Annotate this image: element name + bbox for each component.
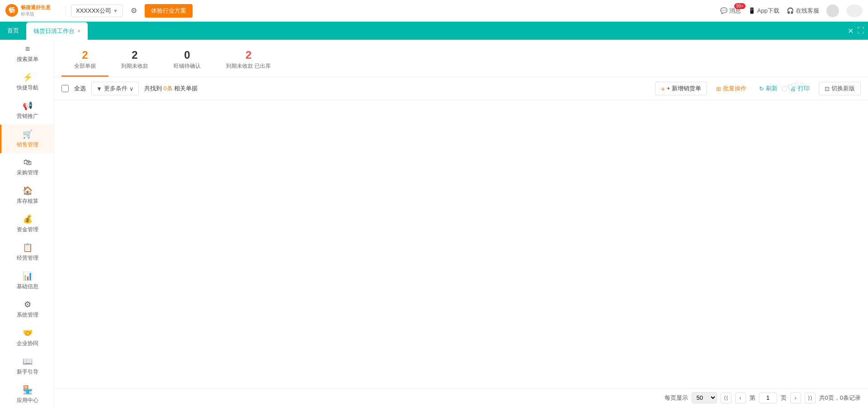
header-right: 💬 消息 99+ 📱 App下载 🎧 在线客服 [720, 5, 863, 17]
sidebar-item-basic-info[interactable]: 📊 基础信息 [0, 267, 54, 295]
app-name: 畅捷通好生意 [21, 4, 51, 10]
sidebar-item-marketing[interactable]: 📢 营销推广 [0, 96, 54, 125]
divider [65, 5, 66, 16]
tab-bar: 首页 钱货日清工作台 × ✕ ⛶ [0, 22, 868, 40]
sidebar-item-inventory[interactable]: 🏠 库存核算 [0, 181, 54, 210]
toolbar: 全选 ▼ 更多条件 ∨ 共找到 0条 相关单据 + + 新增销货单 ⊞ 批量操作 [54, 77, 868, 100]
switch-icon: ⊡ [825, 85, 830, 92]
avatar2[interactable] [846, 5, 863, 17]
stats-tabs: 2 全部单据 2 到期未收款 0 旺铺待确认 2 到期未收款 已出库 [54, 40, 868, 77]
total-label: 共0页，0条记录 [819, 394, 861, 402]
stat-count-shipped: 2 [245, 49, 251, 61]
shortcut-icon: ⚡ [23, 72, 33, 82]
sales-icon: 🛒 [23, 129, 33, 139]
company-selector[interactable]: XXXXXX公司 ▼ [71, 5, 123, 17]
chevron-down-icon: ▼ [113, 8, 118, 14]
stat-tab-wangpu[interactable]: 0 旺铺待确认 [161, 45, 213, 77]
guide-icon: 📖 [23, 356, 33, 366]
maximize-icon[interactable]: ⛶ [857, 27, 864, 35]
purchase-icon: 🛍 [24, 158, 32, 167]
plus-icon: + [661, 85, 665, 93]
stat-count-all: 2 [82, 49, 88, 61]
first-page-button[interactable]: ⟨⟨ [721, 393, 731, 403]
sidebar: ≡ 搜索菜单 ⚡ 快捷导航 📢 营销推广 🛒 销售管理 🛍 采购管理 🏠 库存核… [0, 40, 54, 407]
gear-icon: ⚙ [131, 6, 137, 15]
last-page-button[interactable]: ⟩⟩ [805, 393, 816, 403]
stat-label-shipped: 到期未收款 已出库 [226, 62, 271, 70]
app-download-button[interactable]: 📱 App下载 [748, 7, 779, 15]
tab-close-icon[interactable]: × [77, 28, 80, 34]
per-page-label: 每页显示 [665, 394, 688, 402]
sidebar-item-system[interactable]: ⚙ 系统管理 [0, 295, 54, 323]
messages-button[interactable]: 💬 消息 99+ [720, 7, 741, 15]
finance-icon: 💰 [23, 214, 33, 224]
content-area: 2 全部单据 2 到期未收款 0 旺铺待确认 2 到期未收款 已出库 全选 ▼ … [54, 40, 868, 407]
company-name: XXXXXX公司 [76, 7, 111, 15]
marketing-icon: 📢 [23, 101, 33, 111]
select-all-checkbox[interactable] [61, 85, 69, 92]
sidebar-item-purchase[interactable]: 🛍 采购管理 [0, 153, 54, 181]
download-icon: 📱 [748, 7, 755, 14]
app-center-icon: 🏪 [23, 385, 33, 395]
logo-icon: 畅 [5, 4, 18, 17]
next-page-button[interactable]: › [790, 393, 801, 403]
new-sales-button[interactable]: + + 新增销货单 [655, 82, 707, 95]
sidebar-item-guide[interactable]: 📖 新手引导 [0, 352, 54, 380]
pagination: 每页显示 50 100 200 ⟨⟨ ‹ 第 页 › ⟩⟩ 共0页，0条记录 [54, 388, 868, 407]
avatar[interactable] [826, 5, 839, 17]
logo-area: 畅 畅捷通好生意 标准版 [5, 4, 60, 17]
service-icon: 🎧 [787, 7, 794, 14]
sidebar-item-finance[interactable]: 💰 资金管理 [0, 210, 54, 238]
app-sub: 标准版 [21, 11, 51, 17]
online-service-button[interactable]: 🎧 在线客服 [787, 7, 819, 15]
trial-button[interactable]: 体验行业方案 [145, 4, 193, 18]
tab-bar-actions: ✕ ⛶ [848, 27, 868, 35]
stat-label-wangpu: 旺铺待确认 [174, 62, 201, 70]
batch-button[interactable]: ⊞ 批量操作 [712, 82, 750, 95]
sidebar-item-sales[interactable]: 🛒 销售管理 [0, 125, 54, 153]
settings-button[interactable]: ⚙ [127, 4, 141, 18]
online-service-label: 在线客服 [796, 7, 819, 15]
tab-work-station[interactable]: 钱货日清工作台 × [26, 22, 88, 40]
refresh-icon: ↻ [759, 85, 764, 92]
tab-home[interactable]: 首页 [0, 22, 26, 40]
top-header: 畅 畅捷通好生意 标准版 XXXXXX公司 ▼ ⚙ 体验行业方案 💬 消息 99… [0, 0, 868, 22]
print-icon: 🖨 [790, 85, 796, 92]
print-button[interactable]: 🖨 打印 [787, 82, 813, 95]
batch-icon: ⊞ [716, 85, 721, 92]
stat-count-overdue: 2 [132, 49, 137, 61]
found-count: 0条 [164, 85, 173, 92]
filter-button[interactable]: ▼ 更多条件 ∨ [91, 82, 139, 95]
inventory-icon: 🏠 [23, 186, 33, 196]
sidebar-item-operations[interactable]: 📋 经营管理 [0, 238, 54, 267]
found-text: 共找到 0条 相关单据 [144, 84, 198, 93]
basic-info-icon: 📊 [23, 271, 33, 281]
stat-label-overdue: 到期未收款 [121, 62, 148, 70]
chevron-down-icon: ∨ [129, 85, 134, 92]
stat-label-all: 全部单据 [74, 62, 96, 70]
search-menu-icon: ≡ [25, 44, 30, 54]
select-all-label: 全选 [74, 84, 86, 93]
refresh-button[interactable]: ↻ 刷新 [755, 82, 781, 95]
table-area [54, 100, 868, 388]
stat-tab-all[interactable]: 2 全部单据 [61, 45, 108, 77]
sidebar-item-shortcut[interactable]: ⚡ 快捷导航 [0, 68, 54, 96]
sidebar-item-search[interactable]: ≡ 搜索菜单 [0, 40, 54, 68]
stat-tab-overdue[interactable]: 2 到期未收款 [108, 45, 161, 77]
prev-page-button[interactable]: ‹ [735, 393, 746, 403]
message-icon: 💬 [720, 7, 727, 14]
switch-button[interactable]: ⊡ 切换新版 [819, 82, 861, 95]
toolbar-right: + + 新增销货单 ⊞ 批量操作 ↻ 刷新 🖨 打印 ⊡ 切换新版 [655, 82, 861, 95]
stat-count-wangpu: 0 [184, 49, 190, 61]
main-layout: ≡ 搜索菜单 ⚡ 快捷导航 📢 营销推广 🛒 销售管理 🛍 采购管理 🏠 库存核… [0, 40, 868, 407]
sidebar-item-enterprise[interactable]: 🤝 企业协同 [0, 323, 54, 352]
sidebar-item-app-center[interactable]: 🏪 应用中心 [0, 380, 54, 407]
page-number-input[interactable] [759, 393, 777, 403]
system-icon: ⚙ [24, 299, 31, 309]
page-suffix: 页 [781, 394, 787, 402]
stat-tab-shipped[interactable]: 2 到期未收款 已出库 [213, 45, 283, 77]
operations-icon: 📋 [23, 243, 33, 253]
per-page-select[interactable]: 50 100 200 [692, 392, 717, 403]
filter-icon: ▼ [96, 85, 102, 92]
close-tab-icon[interactable]: ✕ [848, 27, 854, 35]
